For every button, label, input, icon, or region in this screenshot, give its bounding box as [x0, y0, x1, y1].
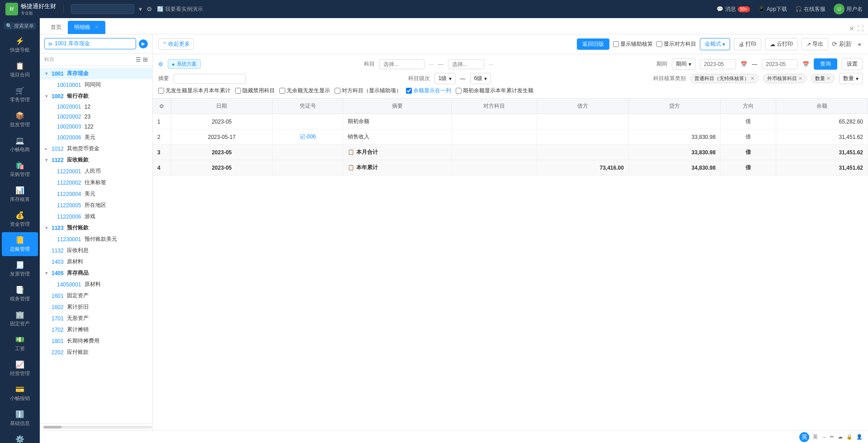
period-from-input[interactable] [700, 59, 736, 69]
period-to-input[interactable] [762, 59, 798, 69]
show-aux-input[interactable] [613, 41, 619, 47]
tab-close-icon[interactable]: ✕ [94, 24, 99, 30]
user-btn[interactable]: U 用户名 [834, 4, 863, 14]
cb-opposite[interactable]: 对方科目（显示辅助项） [335, 87, 401, 95]
tree-header-title[interactable]: ⊳ 1001 库存现金 [44, 38, 136, 49]
demo-link[interactable]: 🔄 我要看实例演示 [157, 5, 203, 13]
category-tag-1[interactable]: 普通科目（无特殊核算） ✕ [690, 74, 759, 83]
side-collapse-btn[interactable]: ◀ [855, 42, 863, 47]
cb-no-balance[interactable]: 无余额无发生显示 [279, 87, 330, 95]
tree-scroll-bar[interactable] [43, 426, 152, 429]
cb-hide-disabled-input[interactable] [235, 88, 241, 94]
tree-node-1602[interactable]: 1602 累计折旧 [40, 301, 152, 313]
expand-filter-btn[interactable]: ⌃ 收起更多 [158, 38, 194, 50]
title-input[interactable] [71, 4, 134, 14]
sidebar-item-wholesale[interactable]: 📦 批发管理 [2, 108, 38, 132]
cb-no-amount-input[interactable] [158, 88, 164, 94]
tree-node-1601[interactable]: 1601 固定资产 [40, 290, 152, 301]
cb-beginning-input[interactable] [456, 88, 462, 94]
sidebar-item-accounting[interactable]: 📒 总账管理 [2, 232, 38, 256]
messages-btn[interactable]: 💬 消息 99+ [717, 5, 750, 13]
tree-node-2202[interactable]: 2202 应付账款 [40, 347, 152, 358]
tree-node-14050001[interactable]: 14050001 原材料 [40, 279, 152, 290]
cloud-print-btn[interactable]: ☁ 云打印 [765, 38, 798, 50]
cb-hide-disabled[interactable]: 隐藏禁用科目 [235, 87, 275, 95]
bottom-edit-icon[interactable]: ✏ [830, 434, 834, 440]
table-settings-icon[interactable]: ⚙ [159, 103, 164, 110]
summary-input[interactable] [174, 74, 246, 84]
tab-home[interactable]: 首页 [44, 21, 68, 34]
category-tag-close-3[interactable]: ✕ [826, 76, 830, 81]
tree-expand-icon[interactable]: ⊞ [143, 56, 148, 63]
tree-node-11220001[interactable]: 11220001 人民币 [40, 166, 152, 177]
tree-node-1405[interactable]: ▾ 1405 库存商品 [40, 267, 152, 279]
bottom-arrow-icon[interactable]: → [821, 434, 826, 440]
category-dropdown[interactable]: 数量 ▾ [839, 73, 863, 84]
show-opposite-input[interactable] [656, 41, 662, 47]
cb-no-balance-input[interactable] [279, 88, 285, 94]
style-dropdown-btn[interactable]: 金额式 ▾ [700, 38, 730, 50]
expand-panel-icon[interactable]: ⛶ [857, 25, 863, 32]
sidebar-item-shortcuts[interactable]: ⚡ 快捷导航 [2, 33, 38, 57]
tree-node-1012[interactable]: ▸ 1012 其他货币资金 [40, 143, 152, 154]
tree-list-icon[interactable]: ☰ [136, 56, 141, 63]
tree-node-1001[interactable]: ▾ 1001 库存现金 [40, 68, 152, 79]
app-download-btn[interactable]: 📱 App下载 [758, 5, 787, 13]
sidebar-item-purchase[interactable]: 🛍️ 采购管理 [2, 157, 38, 181]
back-old-btn[interactable]: 返回旧版 [577, 38, 609, 50]
show-opposite-checkbox[interactable]: 显示对方科目 [656, 40, 696, 48]
sidebar-item-system[interactable]: ⚙️ 系统管理 [2, 431, 38, 443]
bottom-cloud-icon[interactable]: ☁ [838, 434, 843, 440]
sidebar-item-invoice[interactable]: 🧾 发票管理 [2, 257, 38, 281]
tree-node-11220004[interactable]: 11220004 美元 [40, 188, 152, 200]
category-tag-2[interactable]: 外币核算科目 ✕ [763, 74, 807, 83]
export-btn[interactable]: ↗ 导出 [802, 38, 828, 50]
voucher-link-2[interactable]: 记-006 [300, 133, 316, 140]
tab-ledger[interactable]: 明细账 ✕ [68, 21, 105, 34]
category-tag-close-2[interactable]: ✕ [798, 76, 802, 81]
sidebar-item-ecommerce[interactable]: 💻 小畅电商 [2, 133, 38, 157]
sidebar-item-basic[interactable]: ℹ️ 基础信息 [2, 406, 38, 430]
category-tag-3[interactable]: 数量 ✕ [811, 74, 835, 83]
tree-node-11230001[interactable]: 11230001 预付账款美元 [40, 233, 152, 245]
refresh-btn[interactable]: ⟳ 刷新 [832, 40, 852, 48]
sidebar-item-retail[interactable]: 🛒 零售管理 [2, 83, 38, 107]
close-panel-icon[interactable]: ✕ [849, 25, 854, 32]
tree-node-1801[interactable]: 1801 长期待摊费用 [40, 335, 152, 347]
cb-no-amount[interactable]: 无发生额显示本月本年累计 [158, 87, 231, 95]
bottom-lang-btn[interactable]: 英 [799, 432, 809, 442]
tree-node-10020003[interactable]: 10020003 122 [40, 122, 152, 132]
category-tag-close-1[interactable]: ✕ [750, 76, 755, 81]
tree-node-10020006[interactable]: 10020006 美元 [40, 132, 152, 143]
sidebar-item-project[interactable]: 📋 项目合同 [2, 58, 38, 82]
dropdown-icon[interactable]: ▾ [139, 5, 142, 13]
scheme-tag[interactable]: ● 系统方案 [168, 59, 201, 69]
cb-opposite-input[interactable] [335, 88, 340, 94]
bottom-user-icon[interactable]: 👤 [856, 434, 863, 440]
tree-node-10020002[interactable]: 10020002 23 [40, 112, 152, 122]
query-btn[interactable]: 查询 [814, 58, 837, 70]
sidebar-item-ops[interactable]: 📈 经营管理 [2, 357, 38, 381]
tree-node-1122[interactable]: ▾ 1122 应收账款 [40, 154, 152, 166]
setting-btn[interactable]: 设置 [842, 58, 863, 70]
sidebar-item-assets[interactable]: 🏢 固定资产 [2, 307, 38, 331]
tree-node-10010001[interactable]: 10010001 同同同 [40, 79, 152, 91]
tree-nav-arrow[interactable]: ▶ [139, 39, 148, 48]
tree-node-1132[interactable]: 1132 应收利息 [40, 245, 152, 256]
tree-node-1702[interactable]: 1702 累计摊销 [40, 324, 152, 335]
tree-node-1123[interactable]: ▾ 1123 预付账款 [40, 222, 152, 233]
period-calendar-icon[interactable]: 📅 [741, 61, 747, 67]
bottom-text-en[interactable]: 英 [813, 433, 818, 440]
print-btn[interactable]: 🖨 打印 [734, 38, 761, 50]
settings-top-icon[interactable]: ⚙ [146, 5, 152, 13]
period-type-select[interactable]: 期间 ▾ [672, 58, 695, 70]
period-to-calendar-icon[interactable]: 📅 [802, 61, 809, 67]
level-from-select[interactable]: 1级 ▾ [434, 73, 456, 84]
sidebar-search[interactable]: 🔍 搜索菜单 [4, 23, 36, 29]
sidebar-item-inventory[interactable]: 📊 库存核算 [2, 182, 38, 206]
tree-node-1002[interactable]: ▾ 1002 银行存款 [40, 91, 152, 102]
subject-to-input[interactable] [448, 59, 484, 69]
sidebar-item-finance[interactable]: 💰 资金管理 [2, 207, 38, 231]
sidebar-item-salary[interactable]: 💵 工资 [2, 332, 38, 356]
cb-show-balance[interactable]: 余额显示在一列 [406, 87, 451, 95]
